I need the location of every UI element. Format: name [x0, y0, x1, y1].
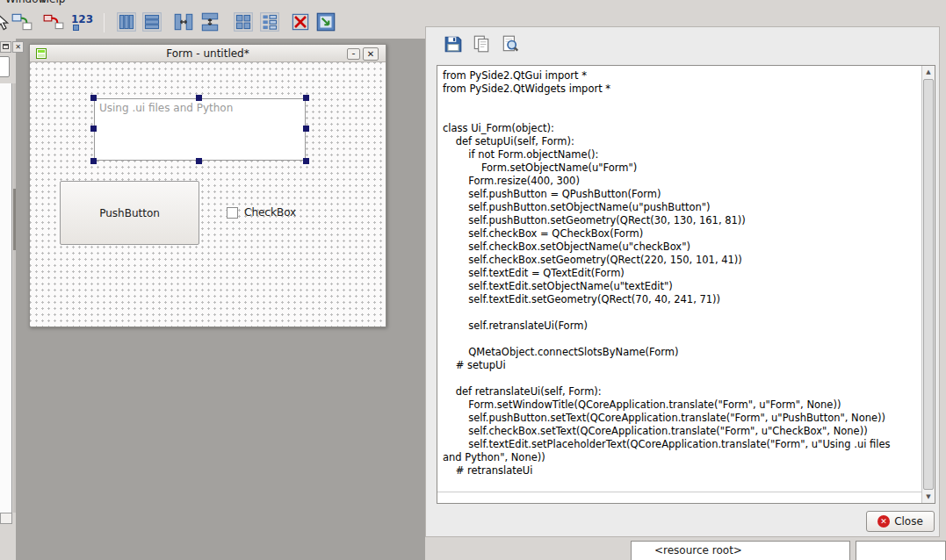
minimize-button[interactable]: - — [347, 48, 360, 60]
layout-splitter-horizontal-icon[interactable] — [172, 11, 195, 33]
widgetbox-filter-input[interactable] — [0, 56, 10, 77]
widgetbox-scrollbar[interactable] — [13, 83, 16, 513]
textedit-placeholder: Using .ui files and Python — [99, 102, 233, 114]
close-button[interactable]: ✕ Close — [866, 511, 935, 532]
selection-handle-n[interactable] — [196, 95, 202, 101]
form-editor-window: Form - untitled* - ✕ Using .ui files and… — [29, 44, 386, 327]
widgetbox-panel — [0, 83, 12, 513]
dock-close-icon: ✕ — [15, 43, 21, 51]
checkbox-label: CheckBox — [244, 206, 296, 219]
save-icon[interactable] — [444, 34, 463, 54]
layout-grid-icon[interactable] — [232, 11, 255, 33]
scroll-down-icon[interactable]: ▼ — [922, 491, 935, 503]
copy-icon[interactable] — [472, 34, 491, 54]
edit-tab-order-icon[interactable]: 123 — [71, 11, 94, 33]
textedit-widget[interactable]: Using .ui files and Python — [94, 98, 306, 161]
edit-signals-slots-icon[interactable] — [11, 11, 33, 33]
layout-splitter-vertical-icon[interactable] — [199, 11, 221, 33]
widgetbox-scrollbar-thumb[interactable] — [13, 189, 16, 250]
dock-float-button[interactable] — [0, 41, 11, 53]
qt-designer-window: Window Help 123 — [0, 0, 946, 560]
tab-order-label: 123 — [71, 13, 93, 25]
resource-root-item[interactable]: <resource root> — [654, 544, 742, 556]
pushbutton-label: PushButton — [99, 207, 160, 219]
code-view-bottom-divider — [437, 492, 921, 492]
menubar: Window Help — [0, 0, 946, 6]
checkbox-indicator[interactable] — [227, 207, 238, 219]
pushbutton-widget[interactable]: PushButton — [60, 181, 199, 245]
close-button-label: Close — [894, 515, 923, 528]
resource-browser-tree[interactable]: <resource root> — [631, 541, 850, 560]
form-window-titlebar[interactable]: Form - untitled* - ✕ — [30, 45, 386, 62]
selection-handle-nw[interactable] — [90, 95, 97, 101]
scrollbar-thumb[interactable] — [923, 79, 934, 490]
form-window-title: Form - untitled* — [30, 47, 386, 60]
code-view-frame: from PySide2.QtGui import * from PySide2… — [437, 65, 935, 504]
code-vertical-scrollbar[interactable]: ▲ ▼ — [921, 66, 935, 503]
code-text[interactable]: from PySide2.QtGui import * from PySide2… — [437, 66, 921, 490]
selection-handle-e[interactable] — [303, 126, 309, 132]
menu-help[interactable]: Help — [41, 0, 65, 5]
break-layout-icon[interactable] — [289, 11, 312, 33]
selection-handle-s[interactable] — [196, 158, 202, 164]
selection-handle-ne[interactable] — [303, 95, 309, 101]
layout-vertical-icon[interactable] — [141, 11, 163, 33]
tab-order-square — [73, 25, 79, 31]
widgetbox-hscroll[interactable] — [0, 513, 12, 524]
selection-handle-sw[interactable] — [90, 158, 97, 164]
layout-horizontal-icon[interactable] — [115, 11, 138, 33]
dock-close-button[interactable]: ✕ — [12, 41, 24, 53]
resource-browser-side-panel — [856, 541, 946, 560]
code-preview-dialog: from PySide2.QtGui import * from PySide2… — [425, 26, 940, 537]
close-window-button[interactable]: ✕ — [363, 47, 379, 61]
form-canvas[interactable]: Using .ui files and Python PushButton Ch… — [30, 62, 386, 327]
selection-handle-se[interactable] — [303, 158, 309, 164]
dock-float-icon — [3, 44, 9, 49]
edit-buddies-icon[interactable] — [42, 11, 65, 33]
scroll-up-icon[interactable]: ▲ — [922, 66, 935, 78]
adjust-size-icon[interactable] — [314, 11, 337, 33]
selection-handle-w[interactable] — [90, 126, 97, 132]
toolbar-separator — [104, 13, 105, 32]
close-button-icon: ✕ — [877, 515, 890, 528]
find-icon[interactable] — [501, 34, 520, 54]
layout-form-icon[interactable] — [258, 11, 281, 33]
